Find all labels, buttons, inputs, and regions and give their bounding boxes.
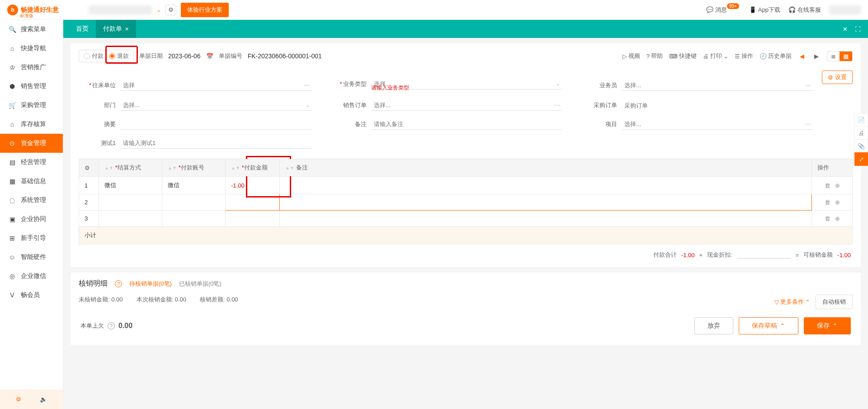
sidebar-item-business[interactable]: ▤经营管理 — [0, 153, 63, 172]
gear-icon[interactable]: ⚙ — [165, 5, 176, 15]
cell-method[interactable]: 微信 — [99, 177, 162, 194]
delete-icon[interactable]: 🗑 — [825, 215, 830, 222]
float-tab-note[interactable]: 📄 — [854, 113, 868, 127]
tab-home[interactable]: 首页 — [69, 20, 96, 38]
chevron-down-icon[interactable]: ⌄ — [554, 81, 562, 87]
user-area-blur[interactable] — [829, 5, 861, 14]
cell-method[interactable] — [99, 194, 162, 211]
delete-icon[interactable]: 🗑 — [825, 182, 830, 189]
project-input-wrap[interactable]: ⋯ — [622, 119, 813, 130]
cell-amount[interactable]: -1.00 — [226, 177, 280, 194]
dots-icon[interactable]: ⋯ — [803, 82, 813, 89]
history-link[interactable]: 🕘历史单据 — [760, 52, 792, 60]
sidebar-item-hardware[interactable]: ☺智能硬件 — [0, 248, 63, 267]
dots-icon[interactable]: ⋯ — [803, 121, 813, 127]
remark-input-wrap[interactable] — [371, 119, 562, 130]
shortcut-link[interactable]: ⌨快捷键 — [669, 52, 697, 60]
add-row-icon[interactable]: ⊕ — [835, 182, 840, 189]
info-icon[interactable]: ? — [108, 322, 115, 329]
cell-remark[interactable] — [280, 211, 812, 227]
radio-refund[interactable]: 退款 — [109, 52, 129, 60]
project-input[interactable] — [622, 119, 803, 129]
pending-verify-tab[interactable]: 待核销单据(0笔) — [129, 280, 172, 288]
sidebar-item-system[interactable]: ◌系统管理 — [0, 191, 63, 210]
company-selector-blur[interactable] — [89, 5, 152, 14]
info-icon[interactable]: ? — [115, 280, 122, 287]
dept-input[interactable] — [120, 100, 304, 110]
summary-input[interactable] — [120, 119, 311, 129]
cell-account[interactable] — [162, 194, 226, 211]
messages-link[interactable]: 💬 消息 99+ — [706, 6, 741, 14]
help-link[interactable]: ?帮助 — [646, 52, 663, 60]
save-button[interactable]: 保存⌃ — [804, 317, 851, 334]
more-conditions-link[interactable]: ▽更多条件⌃ — [774, 298, 810, 306]
summary-input-wrap[interactable] — [120, 119, 311, 130]
cell-remark[interactable] — [280, 194, 812, 211]
th-amount[interactable]: ▲▼*付款金额 — [226, 159, 280, 177]
view-list-icon[interactable]: ≣ — [827, 52, 840, 61]
tab-close-all-icon[interactable]: ✕ — [841, 24, 849, 34]
cell-amount[interactable] — [226, 194, 280, 211]
float-tab-attach[interactable]: 📎 — [854, 139, 868, 153]
chevron-down-icon[interactable]: ⌄ — [304, 102, 311, 108]
sales-order-input-wrap[interactable]: ⋯ — [371, 100, 562, 111]
operate-link[interactable]: ☰操作 — [735, 52, 753, 60]
trial-button[interactable]: 体验行业方案 — [181, 3, 229, 17]
th-account[interactable]: ▲▼*付款账号 — [162, 159, 226, 177]
test1-input[interactable] — [120, 138, 311, 148]
settings-button[interactable]: ⚙设置 — [822, 71, 853, 84]
sales-order-input[interactable] — [371, 100, 553, 110]
sidebar-item-sales[interactable]: ⬢销售管理 — [0, 77, 63, 96]
cash-discount-input[interactable] — [737, 251, 791, 259]
remark-input[interactable] — [371, 119, 562, 129]
sidebar-item-member[interactable]: V畅会员 — [0, 286, 63, 305]
close-icon[interactable]: ✕ — [125, 26, 129, 32]
add-row-icon[interactable]: ⊕ — [835, 199, 840, 206]
discard-button[interactable]: 放弃 — [694, 317, 733, 334]
verified-tab[interactable]: 已核销单据(0笔) — [179, 280, 222, 288]
sidebar-item-collab[interactable]: ▣企业协同 — [0, 210, 63, 229]
company-input[interactable] — [120, 80, 302, 90]
sidebar-item-search[interactable]: 🔍搜索菜单 — [0, 20, 63, 39]
float-tab-so[interactable]: 🖨 — [854, 126, 868, 140]
cell-account[interactable] — [162, 211, 226, 227]
sidebar-item-basicinfo[interactable]: ▦基础信息 — [0, 172, 63, 191]
chevron-down-icon[interactable]: ⌄ — [156, 7, 161, 13]
sidebar-item-quicknav[interactable]: ⌂快捷导航 — [0, 39, 63, 58]
staff-input[interactable] — [622, 80, 803, 90]
staff-input-wrap[interactable]: ⋯ — [622, 80, 813, 91]
sidebar-item-guide[interactable]: ⊞新手引导 — [0, 229, 63, 248]
dots-icon[interactable]: ⋯ — [302, 82, 311, 89]
auto-verify-button[interactable]: 自动核销 — [816, 295, 853, 309]
sidebar-item-marketing[interactable]: ♔营销推广 — [0, 58, 63, 77]
speaker-icon[interactable]: 🔈 — [40, 396, 47, 403]
sidebar-item-purchase[interactable]: 🛒采购管理 — [0, 96, 63, 115]
settings-icon[interactable]: ⚙ — [16, 396, 21, 403]
th-gear[interactable]: ⚙ — [79, 159, 99, 177]
save-draft-button[interactable]: 保存草稿⌃ — [739, 317, 798, 334]
th-remark[interactable]: ▲▼备注 — [280, 159, 812, 177]
dots-icon[interactable]: ⋯ — [552, 102, 562, 108]
purchase-order-input-wrap[interactable] — [622, 100, 813, 111]
dept-input-wrap[interactable]: ⌄ — [120, 100, 311, 111]
purchase-order-input[interactable] — [622, 100, 813, 111]
add-row-icon[interactable]: ⊕ — [835, 215, 840, 222]
cell-remark[interactable] — [280, 177, 812, 194]
cell-account[interactable]: 微信 — [162, 177, 226, 194]
delete-icon[interactable]: 🗑 — [825, 199, 830, 206]
online-service-link[interactable]: 🎧 在线客服 — [788, 6, 821, 14]
test1-input-wrap[interactable] — [120, 138, 311, 149]
fullscreen-icon[interactable]: ⛶ — [853, 24, 863, 34]
tab-payment[interactable]: 付款单 ✕ — [96, 20, 136, 38]
video-link[interactable]: ▷视频 — [623, 52, 640, 60]
radio-payment[interactable]: 付款 — [84, 52, 104, 60]
float-tab-expand[interactable]: ⤢ — [854, 152, 868, 166]
prev-doc-icon[interactable]: ◀ — [798, 52, 806, 61]
sidebar-item-inventory[interactable]: ⌂库存核算 — [0, 115, 63, 134]
th-method[interactable]: ▲▼*结算方式 — [99, 159, 162, 177]
cell-method[interactable] — [99, 211, 162, 227]
print-link[interactable]: 🖨打印⌄ — [703, 52, 728, 60]
sidebar-item-wechat[interactable]: ◎企业微信 — [0, 267, 63, 286]
next-doc-icon[interactable]: ▶ — [812, 52, 821, 61]
view-grid-icon[interactable]: ▦ — [840, 52, 852, 61]
